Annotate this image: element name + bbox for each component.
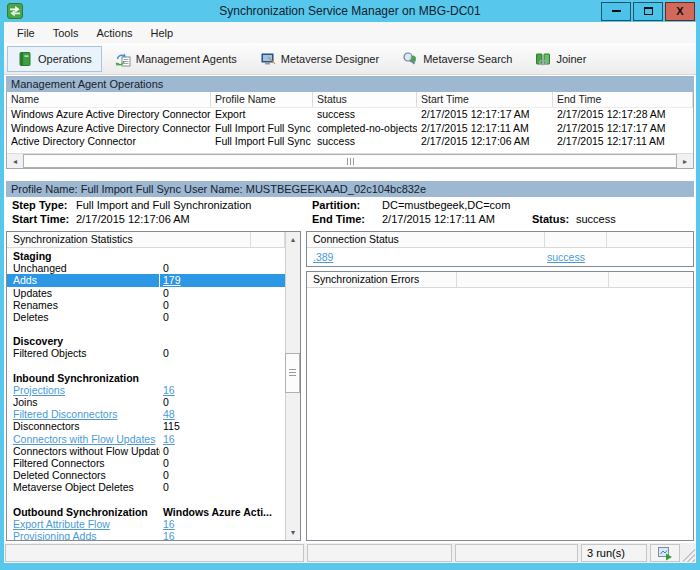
stats-value-link[interactable]: 16 xyxy=(163,384,175,396)
menu-item-actions[interactable]: Actions xyxy=(87,24,141,42)
stats-item-row[interactable]: Renames0 xyxy=(7,299,285,311)
operations-icon xyxy=(17,51,33,67)
stats-label: Inbound Synchronization xyxy=(7,372,160,384)
vertical-scrollbar-track[interactable] xyxy=(286,247,300,525)
table-cell: completed-no-objects xyxy=(313,122,417,136)
column-header-status[interactable]: Status xyxy=(313,92,417,107)
sync-statistics-header-empty xyxy=(251,232,285,247)
stats-label: Unchanged xyxy=(7,262,160,274)
scroll-left-icon[interactable]: ◂ xyxy=(7,154,23,168)
stats-value xyxy=(160,250,285,262)
metaverse-designer-icon xyxy=(260,51,276,67)
connection-status-header-label[interactable]: Connection Status xyxy=(307,232,545,247)
horizontal-scrollbar[interactable]: ◂ ▸ xyxy=(7,153,693,168)
table-row[interactable]: Active Directory ConnectorFull Import Fu… xyxy=(7,135,693,149)
stats-label: Metaverse Object Deletes xyxy=(7,481,160,493)
connection-endpoint-link[interactable]: .389 xyxy=(313,251,333,263)
stats-label-link[interactable]: Provisioning Adds xyxy=(13,530,96,540)
stats-item-row[interactable]: Metaverse Object Deletes0 xyxy=(7,481,285,493)
stats-item-row[interactable]: Deletes0 xyxy=(7,311,285,323)
close-button[interactable]: X xyxy=(665,2,695,21)
vertical-scrollbar-thumb[interactable] xyxy=(285,353,300,393)
column-header-start-time[interactable]: Start Time xyxy=(417,92,553,107)
sync-errors-header-label[interactable]: Synchronization Errors xyxy=(307,272,457,287)
table-cell: success xyxy=(313,108,417,122)
tab-management-agents[interactable]: Management Agents xyxy=(105,46,247,72)
stats-item-row[interactable]: Adds179 xyxy=(7,274,285,286)
stats-label-link[interactable]: Filtered Disconnectors xyxy=(13,408,117,420)
right-column: Connection Status .389 success Synchron xyxy=(306,231,694,541)
scroll-right-icon[interactable]: ▸ xyxy=(677,154,693,168)
stats-blank-row xyxy=(7,493,285,505)
stats-value-link[interactable]: 16 xyxy=(163,518,175,530)
run-history-icon[interactable] xyxy=(657,545,673,561)
column-header-profile-name[interactable]: Profile Name xyxy=(211,92,313,107)
status-bar: 3 run(s) xyxy=(4,543,696,563)
stats-item-row[interactable]: Export Attribute Flow16 xyxy=(7,518,285,530)
menu-item-tools[interactable]: Tools xyxy=(44,24,88,42)
tab-operations[interactable]: Operations xyxy=(7,46,102,72)
stats-value-link[interactable]: 179 xyxy=(163,274,181,286)
stats-label-link[interactable]: Export Attribute Flow xyxy=(13,518,110,530)
tab-joiner-label: Joiner xyxy=(556,53,586,65)
stats-section-row: Discovery xyxy=(7,335,285,347)
table-cell: 2/17/2015 12:17:28 AM xyxy=(553,108,693,122)
menu-item-file[interactable]: File xyxy=(8,24,44,42)
table-cell: Full Import Full Sync xyxy=(211,122,313,136)
column-header-name[interactable]: Name xyxy=(7,92,211,107)
tab-metaverse-designer[interactable]: Metaverse Designer xyxy=(250,46,389,72)
sync-statistics-panel: Synchronization Statistics StagingUnchan… xyxy=(6,231,301,541)
start-time-label: Start Time: xyxy=(12,213,76,227)
stats-item-row[interactable]: Connectors with Flow Updates16 xyxy=(7,433,285,445)
menu-item-help[interactable]: Help xyxy=(142,24,183,42)
stats-item-row[interactable]: Unchanged0 xyxy=(7,262,285,274)
stats-label xyxy=(7,323,160,335)
tab-metaverse-search[interactable]: Metaverse Search xyxy=(392,46,522,72)
stats-value: 16 xyxy=(160,518,285,530)
stats-value: 16 xyxy=(160,433,285,445)
stats-item-row[interactable]: Deleted Connectors0 xyxy=(7,469,285,481)
stats-value: 0 xyxy=(160,287,285,299)
stats-label-link[interactable]: Connectors with Flow Updates xyxy=(13,433,155,445)
stats-value xyxy=(160,360,285,372)
stats-section-row: Outbound SynchronizationWindows Azure Ac… xyxy=(7,506,285,518)
stats-item-row[interactable]: Filtered Disconnectors48 xyxy=(7,408,285,420)
stats-value-link[interactable]: 16 xyxy=(163,530,175,540)
resize-grip[interactable] xyxy=(683,544,695,562)
table-row[interactable]: Windows Azure Active Directory Connector… xyxy=(7,122,693,136)
sync-errors-panel: Synchronization Errors xyxy=(306,271,694,541)
stats-item-row[interactable]: Disconnectors115 xyxy=(7,420,285,432)
maximize-button[interactable] xyxy=(633,2,663,21)
stats-label: Provisioning Adds xyxy=(7,530,160,540)
sync-statistics-header-label[interactable]: Synchronization Statistics xyxy=(7,232,251,247)
column-header-end-time[interactable]: End Time xyxy=(553,92,693,107)
stats-item-row[interactable]: Projections16 xyxy=(7,384,285,396)
stats-value xyxy=(160,493,285,505)
scroll-up-icon[interactable]: ▴ xyxy=(286,232,300,247)
status-section-2 xyxy=(307,544,452,562)
stats-item-row[interactable]: Filtered Connectors0 xyxy=(7,457,285,469)
stats-item-row[interactable]: Provisioning Adds16 xyxy=(7,530,285,540)
vertical-scrollbar[interactable]: ▴ ▾ xyxy=(285,232,300,540)
horizontal-scrollbar-thumb[interactable] xyxy=(23,154,677,168)
stats-value xyxy=(160,372,285,384)
start-time-value: 2/17/2015 12:17:06 AM xyxy=(76,213,312,227)
stats-item-row[interactable]: Connectors without Flow Updates0 xyxy=(7,445,285,457)
status-value: success xyxy=(576,213,694,227)
sync-stats-body: StagingUnchanged0Adds179Updates0Renames0… xyxy=(7,248,285,540)
stats-item-row[interactable]: Filtered Objects0 xyxy=(7,347,285,359)
stats-value-link[interactable]: 48 xyxy=(163,408,175,420)
stats-label: Discovery xyxy=(7,335,160,347)
stats-label-link[interactable]: Projections xyxy=(13,384,65,396)
stats-item-row[interactable]: Joins0 xyxy=(7,396,285,408)
main-content: Management Agent Operations Name Profile… xyxy=(4,75,696,542)
table-row[interactable]: Windows Azure Active Directory Connector… xyxy=(7,108,693,122)
stats-value-link[interactable]: 16 xyxy=(163,433,175,445)
operations-list-panel: Name Profile Name Status Start Time End … xyxy=(6,92,694,169)
tab-joiner[interactable]: Joiner xyxy=(525,46,596,72)
minimize-button[interactable] xyxy=(601,2,631,21)
connection-result-link[interactable]: success xyxy=(547,251,585,263)
stats-item-row[interactable]: Updates0 xyxy=(7,287,285,299)
scroll-down-icon[interactable]: ▾ xyxy=(286,525,300,540)
window-title: Synchronization Service Manager on MBG-D… xyxy=(4,4,696,18)
